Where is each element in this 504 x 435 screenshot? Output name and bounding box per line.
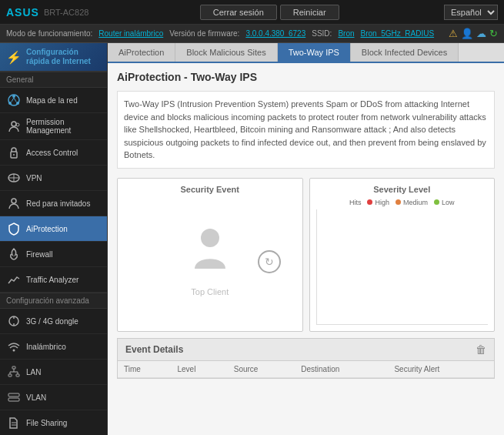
content-body: AiProtection - Two-Way IPS Two-Way IPS (…	[108, 63, 504, 435]
legend-low: Low	[434, 199, 455, 206]
vpn-label: VPN	[26, 174, 42, 182]
vlan-label: VLAN	[26, 393, 46, 402]
sidebar-item-network-map[interactable]: Mapa de la red	[0, 88, 107, 113]
sidebar-item-vlan[interactable]: VLAN	[0, 385, 107, 410]
restart-button[interactable]: Reiniciar	[280, 5, 339, 20]
person-icon	[191, 226, 229, 281]
warning-icon: ⚠	[449, 28, 458, 39]
quick-config[interactable]: ⚡ Configuración rápida de Internet	[0, 43, 107, 72]
network-map-label: Mapa de la red	[26, 96, 78, 105]
security-event-panel: Security Event ↻	[117, 178, 303, 332]
guest-network-label: Red para invitados	[26, 199, 90, 208]
ssid-5g[interactable]: Bron_5GHz_RADIUS	[361, 29, 435, 38]
sidebar-item-wireless[interactable]: Inalámbrico	[0, 334, 107, 360]
sidebar-item-guest-network[interactable]: Red para invitados	[0, 191, 107, 216]
cloud-icon: ☁	[476, 28, 486, 39]
sidebar-item-permission[interactable]: Permission Management	[0, 113, 107, 140]
close-session-button[interactable]: Cerrar sesión	[200, 5, 277, 20]
header: ASUS BRT-AC828 Cerrar sesión Reiniciar E…	[0, 0, 504, 25]
mode-value[interactable]: Router inalámbrico	[98, 29, 163, 38]
svg-point-9	[13, 154, 15, 156]
svg-line-4	[12, 98, 14, 102]
language-select[interactable]: Español	[444, 5, 498, 20]
sidebar-item-lan[interactable]: LAN	[0, 360, 107, 385]
ssid-2g[interactable]: Bron	[338, 29, 354, 38]
severity-level-panel: Severity Level Hits High Medium	[309, 178, 496, 332]
svg-point-1	[12, 95, 15, 98]
sidebar-item-firewall[interactable]: Firewall	[0, 242, 107, 267]
trash-icon[interactable]: 🗑	[476, 343, 486, 356]
refresh-circle: ↻	[258, 250, 281, 273]
legend-medium: Medium	[396, 199, 428, 206]
status-bar: Modo de funcionamiento: Router inalámbri…	[0, 25, 504, 43]
legend-medium-label: Medium	[403, 199, 428, 206]
tab-aiprotection[interactable]: AiProtection	[108, 43, 175, 62]
aiprotection-label: AiProtection	[26, 225, 68, 233]
svg-point-29	[201, 229, 219, 247]
mode-label: Modo de funcionamiento:	[6, 29, 92, 38]
table-header-row: Time Level Source Destination Security A…	[118, 361, 494, 378]
sidebar-item-file-sharing[interactable]: File Sharing	[0, 410, 107, 435]
description-text: Two-Way IPS (Intrusion Prevention System…	[117, 91, 495, 169]
sidebar-item-access-control[interactable]: Access Control	[0, 140, 107, 166]
lan-label: LAN	[26, 368, 41, 376]
sidebar-item-aiprotection[interactable]: AiProtection	[0, 216, 107, 242]
svg-point-13	[12, 199, 16, 203]
col-security-alert: Security Alert	[388, 361, 494, 378]
two-panel: Security Event ↻	[117, 178, 495, 332]
col-time: Time	[118, 361, 171, 378]
network-map-icon	[6, 92, 22, 108]
top-client-label: Top Client	[191, 287, 229, 296]
tab-block-infected[interactable]: Block Infected Devices	[351, 43, 459, 62]
dongle-icon	[6, 313, 22, 329]
logo-area: ASUS BRT-AC828	[0, 6, 95, 18]
firmware-label: Versión de firmware:	[169, 29, 239, 38]
security-event-content: ↻ Top Client	[124, 199, 296, 325]
guest-network-icon	[6, 196, 22, 211]
event-details-section: Event Details 🗑 Time Level Source Destin…	[117, 338, 495, 379]
sidebar-item-dongle[interactable]: 3G / 4G dongle	[0, 309, 107, 334]
svg-point-17	[13, 350, 15, 352]
main-layout: ⚡ Configuración rápida de Internet Gener…	[0, 43, 504, 435]
arrow-icon: ↻	[489, 28, 498, 39]
status-icons: ⚠ 👤 ☁ ↻	[449, 28, 498, 39]
event-details-header: Event Details 🗑	[118, 339, 494, 361]
legend-high: High	[367, 199, 389, 206]
col-level: Level	[171, 361, 227, 378]
lan-icon	[6, 364, 22, 380]
svg-rect-25	[8, 393, 19, 397]
legend-high-label: High	[375, 199, 389, 206]
traffic-analyzer-label: Traffic Analyzer	[26, 276, 78, 284]
sidebar: ⚡ Configuración rápida de Internet Gener…	[0, 43, 108, 435]
svg-point-3	[16, 102, 19, 105]
tab-block-malicious[interactable]: Block Malicious Sites	[175, 43, 277, 62]
col-destination: Destination	[295, 361, 388, 378]
svg-point-6	[12, 122, 16, 126]
event-details-title: Event Details	[125, 344, 183, 355]
wireless-icon	[6, 339, 22, 354]
access-control-icon	[6, 145, 22, 160]
asus-logo: ASUS	[6, 6, 39, 18]
security-event-title: Security Event	[124, 185, 296, 194]
sidebar-item-traffic-analyzer[interactable]: Traffic Analyzer	[0, 267, 107, 293]
sidebar-item-vpn[interactable]: VPN	[0, 166, 107, 191]
model-label: BRT-AC828	[44, 8, 89, 17]
firewall-icon	[6, 246, 22, 262]
user-icon: 👤	[461, 28, 473, 39]
col-source: Source	[228, 361, 295, 378]
svg-rect-19	[8, 374, 12, 376]
traffic-analyzer-icon	[6, 272, 22, 287]
firmware-value[interactable]: 3.0.0.4.380_6723	[245, 29, 305, 38]
severity-chart-area	[316, 209, 489, 325]
svg-rect-20	[16, 374, 19, 376]
tab-two-way-ips[interactable]: Two-Way IPS	[278, 43, 351, 62]
svg-line-5	[14, 98, 16, 102]
ssid-label: SSID:	[312, 29, 332, 38]
severity-level-title: Severity Level	[316, 185, 489, 194]
header-right: Español	[444, 5, 504, 20]
vlan-icon	[6, 390, 22, 405]
file-sharing-icon	[6, 415, 22, 430]
page-title: AiProtection - Two-Way IPS	[117, 71, 495, 83]
quick-config-label: Configuración rápida de Internet	[26, 48, 91, 66]
file-sharing-label: File Sharing	[26, 419, 67, 427]
